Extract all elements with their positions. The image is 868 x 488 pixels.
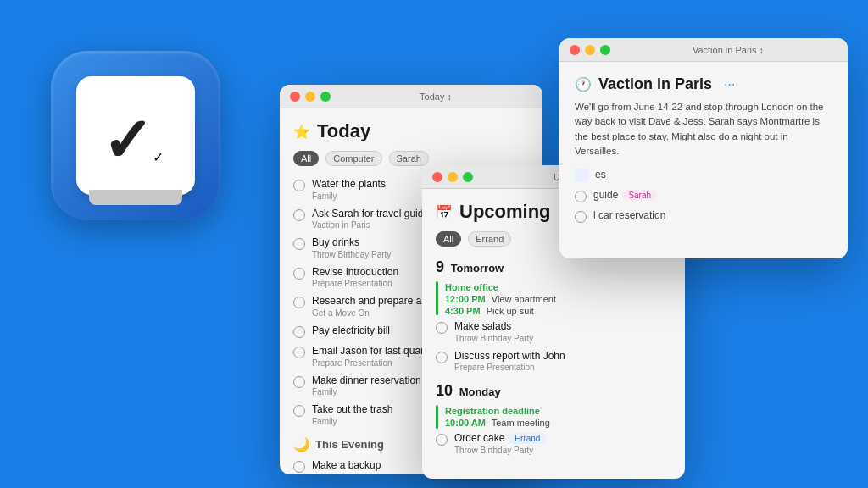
- task-name: Make salads: [454, 320, 533, 334]
- task-subtitle: Vaction in Paris: [312, 220, 429, 230]
- day-header-9: 9 Tomorrow: [436, 258, 671, 276]
- timed-block-10: Registration deadline 10:00 AM Team meet…: [436, 405, 671, 429]
- vacation-item-text: guide: [593, 189, 618, 201]
- task-name: Water the plants: [312, 178, 386, 191]
- more-button-vacation[interactable]: ···: [724, 77, 735, 92]
- task-checkbox[interactable]: [436, 434, 448, 446]
- minimize-button[interactable]: [305, 92, 315, 102]
- timed-task-1: Home office: [445, 281, 556, 293]
- task-subtitle: Throw Birthday Party: [312, 250, 391, 259]
- task-name: Ask Sarah for travel guide: [312, 208, 429, 221]
- traffic-lights: [570, 45, 610, 55]
- upcoming-task-3: Order cake Errand Throw Birthday Party: [436, 432, 671, 455]
- task-subtitle: Prepare Presentation: [312, 358, 432, 368]
- vacation-item-1: es: [575, 169, 832, 182]
- time-home-office: Home office: [445, 282, 498, 292]
- day-section-10: 10 Monday Registration deadline 10:00 AM…: [436, 382, 671, 455]
- close-button[interactable]: [290, 92, 300, 102]
- today-filter-bar: All Computer Sarah: [293, 151, 529, 166]
- filter-all[interactable]: All: [293, 151, 319, 166]
- task-checkbox[interactable]: [293, 461, 305, 473]
- task-subtitle: Family: [312, 387, 421, 396]
- day-num: 9: [436, 258, 444, 275]
- task-checkbox[interactable]: [293, 297, 305, 308]
- task-checkbox[interactable]: [293, 326, 305, 338]
- upcoming-title: Upcoming: [459, 201, 551, 223]
- task-checkbox[interactable]: [293, 238, 305, 250]
- maximize-button[interactable]: [463, 172, 473, 182]
- filter-computer[interactable]: Computer: [326, 151, 381, 166]
- task-name: Buy drinks: [312, 236, 391, 250]
- timed-block: Home office 12:00 PM View apartment 4:30…: [436, 281, 671, 317]
- today-title: Today: [317, 120, 370, 142]
- day-label: Monday: [459, 385, 501, 398]
- upcoming-task-1: Make salads Throw Birthday Party: [436, 320, 671, 343]
- task-checkbox[interactable]: [293, 268, 305, 280]
- filter-all-upcoming[interactable]: All: [436, 231, 461, 247]
- traffic-lights: [290, 92, 331, 102]
- maximize-button[interactable]: [600, 45, 610, 55]
- minimize-button[interactable]: [585, 45, 595, 55]
- upcoming-task-2: Discuss report with John Prepare Present…: [436, 350, 671, 373]
- task-checkbox[interactable]: [293, 376, 305, 388]
- filter-errand[interactable]: Errand: [468, 231, 511, 247]
- time-reg: Registration deadline: [445, 406, 540, 416]
- green-bar: [436, 405, 438, 429]
- task-checkbox[interactable]: [293, 347, 305, 358]
- task-name: Make a backup: [312, 459, 381, 473]
- vacation-window: Vaction in Paris ↕ 🕐 Vaction in Paris ··…: [559, 38, 848, 258]
- time-1000: 10:00 AM: [445, 418, 486, 428]
- evening-title: This Evening: [315, 438, 384, 451]
- day-label: Tomorrow: [451, 262, 504, 274]
- maximize-button[interactable]: [320, 92, 331, 102]
- vacation-content: 🕐 Vaction in Paris ··· We'll go from Jun…: [559, 62, 848, 243]
- star-icon: ⭐: [293, 124, 310, 140]
- task-name: Discuss report with John: [454, 350, 565, 363]
- minimize-button[interactable]: [448, 172, 458, 182]
- clock-icon: 🕐: [575, 76, 592, 92]
- task-subtitle: Throw Birthday Party: [454, 446, 546, 455]
- vacation-description: We'll go from June 14-22 and stop throug…: [575, 100, 832, 158]
- today-titlebar: Today ↕: [280, 85, 542, 108]
- timed-task-reg: Registration deadline: [445, 405, 550, 417]
- app-icon: ✓: [51, 51, 220, 220]
- vacation-item-2: guide Sarah: [575, 189, 832, 202]
- task-subtitle: Prepare Presentation: [312, 279, 398, 288]
- task-checkbox[interactable]: [575, 211, 587, 223]
- task-checkbox[interactable]: [436, 322, 448, 334]
- task-checkbox[interactable]: [293, 180, 305, 191]
- traffic-lights: [432, 172, 473, 182]
- timed-task-3: 4:30 PM Pick up suit: [445, 305, 556, 317]
- task-subtitle: Throw Birthday Party: [454, 334, 533, 343]
- task-checkbox[interactable]: [436, 352, 448, 363]
- time-desc-team: Team meeting: [492, 418, 550, 428]
- task-name: Make dinner reservation: [312, 374, 421, 388]
- close-button[interactable]: [432, 172, 442, 182]
- task-checkbox[interactable]: [293, 209, 305, 221]
- vacation-header: 🕐 Vaction in Paris ···: [575, 75, 832, 93]
- task-checkbox[interactable]: [575, 191, 587, 202]
- today-window-title: Today ↕: [339, 92, 532, 102]
- close-button[interactable]: [570, 45, 580, 55]
- vacation-title: Vaction in Paris: [598, 75, 712, 93]
- errand-tag: Errand: [509, 433, 546, 444]
- task-checkbox[interactable]: [293, 405, 305, 417]
- timed-task-2: 12:00 PM View apartment: [445, 293, 556, 305]
- task-name: Order cake: [454, 432, 504, 446]
- green-bar: [436, 281, 438, 315]
- filter-sarah[interactable]: Sarah: [389, 151, 429, 166]
- task-name: Research and prepare all d: [312, 295, 435, 308]
- task-subtitle: Get a Move On: [312, 308, 435, 318]
- vacation-item-3: l car reservation: [575, 209, 832, 223]
- time-desc-430: Pick up suit: [487, 306, 534, 316]
- vacation-window-title: Vaction in Paris ↕: [619, 45, 837, 55]
- doc-icon: [575, 169, 588, 182]
- moon-icon: 🌙: [293, 436, 310, 452]
- timed-task-team: 10:00 AM Team meeting: [445, 417, 550, 429]
- time-1200: 12:00 PM: [445, 294, 486, 304]
- vacation-item-text: l car reservation: [593, 209, 665, 221]
- task-subtitle: Family: [312, 191, 386, 201]
- checkmark-icon: ✓: [102, 110, 170, 161]
- task-subtitle: Prepare Presentation: [454, 363, 565, 372]
- vacation-titlebar: Vaction in Paris ↕: [559, 38, 848, 62]
